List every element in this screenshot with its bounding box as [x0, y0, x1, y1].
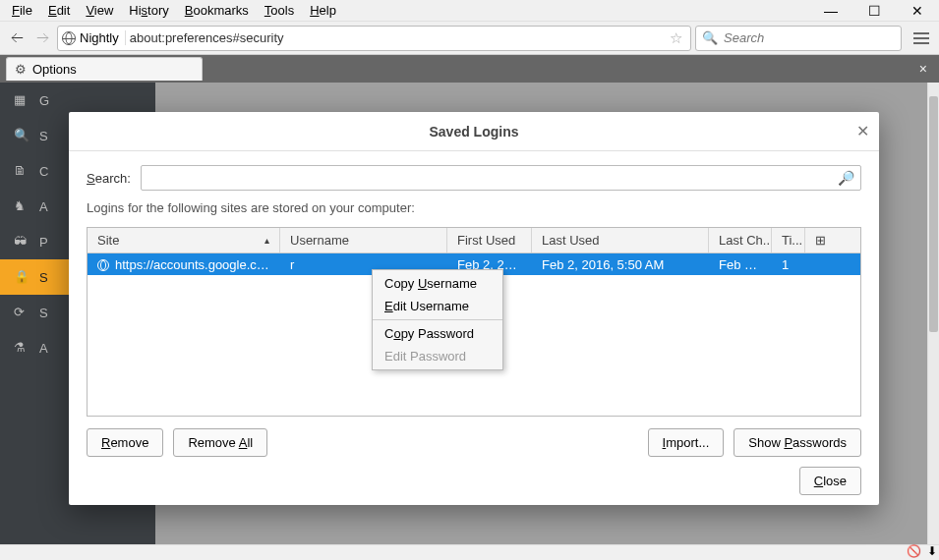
close-button[interactable]: Close — [799, 467, 861, 495]
menu-bookmarks[interactable]: Bookmarks — [177, 1, 257, 20]
col-username[interactable]: Username — [280, 228, 447, 252]
menu-view[interactable]: View — [78, 1, 121, 20]
cell-last-changed: Feb 2, 2016 — [709, 257, 772, 272]
search-bar[interactable]: 🔍 — [695, 26, 902, 51]
window-maximize-button[interactable]: ☐ — [852, 0, 896, 22]
show-passwords-button[interactable]: Show Passwords — [734, 428, 861, 457]
dialog-close-button[interactable]: ✕ — [856, 122, 869, 140]
ctx-separator — [373, 319, 502, 320]
search-icon[interactable]: 🔎 — [838, 170, 854, 186]
col-first-used[interactable]: First Used — [447, 228, 532, 252]
search-icon: 🔍 — [702, 30, 718, 45]
identity-label: Nightly — [80, 30, 119, 45]
document-icon: 🗎 — [14, 163, 29, 179]
back-button[interactable]: 🡠 — [6, 28, 28, 49]
menu-bar: File Edit View History Bookmarks Tools H… — [0, 0, 939, 22]
column-picker-button[interactable]: ⊞ — [805, 228, 835, 252]
context-menu: Copy Username Edit Username Copy Passwor… — [372, 269, 503, 370]
tab-strip: ⚙ Options — [0, 55, 939, 83]
download-arrow-icon[interactable]: ⬇ — [927, 544, 937, 558]
dialog-search-box[interactable]: 🔎 — [141, 165, 861, 191]
col-site[interactable]: Site▴ — [88, 228, 280, 252]
col-times-used[interactable]: Ti... — [772, 228, 805, 252]
panel-icon: ▦ — [14, 92, 29, 108]
identity-box[interactable]: Nightly — [62, 30, 126, 45]
tabstrip-close-icon[interactable]: × — [919, 61, 927, 77]
ctx-copy-password[interactable]: Copy Password — [373, 322, 502, 345]
ctx-edit-password: Edit Password — [373, 345, 502, 367]
cell-times-used: 1 — [772, 257, 805, 272]
window-controls: — ☐ ✕ — [809, 0, 939, 22]
table-header: Site▴ Username First Used Last Used Last… — [88, 228, 860, 253]
url-bar[interactable]: Nightly about:preferences#security ☆ — [57, 26, 691, 51]
sync-icon: ⟳ — [14, 305, 29, 320]
tab-title: Options — [32, 62, 77, 77]
app-icon: ♞ — [14, 198, 29, 214]
menu-help[interactable]: Help — [302, 1, 344, 20]
dialog-search-input[interactable] — [147, 171, 838, 186]
ctx-edit-username[interactable]: Edit Username — [373, 295, 502, 317]
search-icon: 🔍 — [14, 128, 29, 143]
menu-file[interactable]: File — [4, 1, 40, 20]
status-bar — [0, 544, 939, 560]
navigation-toolbar: 🡠 🡢 Nightly about:preferences#security ☆… — [0, 22, 939, 55]
search-input[interactable] — [724, 30, 895, 45]
forward-button[interactable]: 🡢 — [31, 28, 53, 49]
noscript-icon[interactable]: 🚫 — [907, 544, 921, 558]
import-button[interactable]: Import... — [648, 428, 725, 457]
vertical-scrollbar[interactable] — [927, 83, 939, 544]
dialog-header: Saved Logins ✕ — [69, 112, 879, 151]
menu-history[interactable]: History — [121, 1, 176, 20]
gear-icon: ⚙ — [15, 62, 27, 77]
cell-site: https://accounts.google.com — [88, 257, 280, 272]
menu-tools[interactable]: Tools — [257, 1, 302, 20]
window-minimize-button[interactable]: — — [809, 0, 852, 22]
lock-icon: 🔒 — [14, 269, 29, 285]
window-close-button[interactable]: ✕ — [896, 0, 939, 22]
flask-icon: ⚗ — [14, 340, 29, 356]
col-last-changed[interactable]: Last Ch... — [709, 228, 772, 252]
cell-last-used: Feb 2, 2016, 5:50 AM — [532, 257, 709, 272]
hamburger-menu-button[interactable] — [910, 27, 933, 50]
ctx-copy-username[interactable]: Copy Username — [373, 272, 502, 295]
bookmark-star-icon[interactable]: ☆ — [666, 29, 686, 47]
site-icon — [97, 259, 109, 271]
url-text: about:preferences#security — [130, 30, 662, 45]
dialog-hint: Logins for the following sites are store… — [87, 200, 861, 215]
remove-all-button[interactable]: Remove All — [173, 428, 267, 457]
menu-edit[interactable]: Edit — [40, 1, 78, 20]
col-last-used[interactable]: Last Used — [532, 228, 709, 252]
globe-icon — [62, 31, 76, 45]
sort-asc-icon: ▴ — [264, 235, 269, 246]
mask-icon: 🕶 — [14, 234, 29, 250]
dialog-search-label: Search: — [87, 171, 131, 186]
scrollbar-thumb[interactable] — [929, 96, 938, 332]
remove-button[interactable]: Remove — [87, 428, 163, 457]
tab-options[interactable]: ⚙ Options — [6, 57, 203, 81]
dialog-title: Saved Logins — [429, 124, 518, 140]
